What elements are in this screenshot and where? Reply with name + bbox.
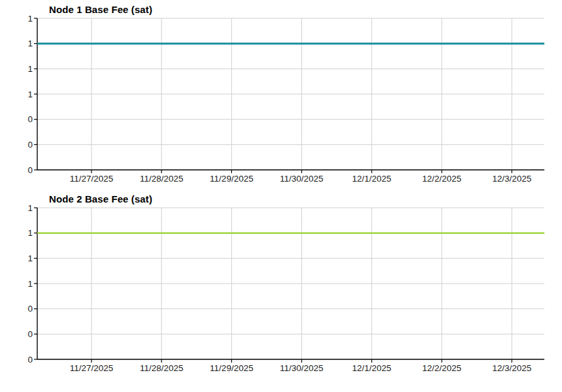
node2-base-fee-chart: 111100011/27/202511/28/202511/29/202511/… [0, 189, 562, 392]
y-tick-label: 0 [27, 140, 33, 150]
x-tick-label: 11/28/2025 [140, 174, 184, 184]
y-tick-label: 0 [27, 114, 33, 124]
x-tick-label: 11/30/2025 [280, 363, 323, 373]
x-tick-label: 11/27/2025 [70, 363, 114, 373]
x-tick-label: 12/3/2025 [492, 174, 531, 184]
chart-title-node2: Node 2 Base Fee (sat) [49, 193, 152, 204]
node2-base-fee-plot: 111100011/27/202511/28/202511/29/202511/… [0, 189, 562, 392]
y-tick-label: 0 [27, 355, 33, 365]
y-tick-label: 0 [27, 304, 33, 314]
y-tick-label: 1 [27, 279, 33, 289]
y-tick-label: 1 [27, 14, 33, 24]
y-tick-label: 1 [27, 228, 33, 238]
base-fee-charts-page: 111100011/27/202511/28/202511/29/202511/… [0, 0, 562, 392]
y-tick-label: 1 [27, 64, 33, 74]
x-tick-label: 12/1/2025 [352, 363, 391, 373]
node1-base-fee-chart: 111100011/27/202511/28/202511/29/202511/… [0, 0, 562, 189]
y-tick-label: 0 [27, 329, 33, 339]
node1-base-fee-plot: 111100011/27/202511/28/202511/29/202511/… [0, 0, 562, 189]
x-tick-label: 12/1/2025 [352, 174, 391, 184]
x-tick-label: 11/29/2025 [210, 363, 254, 373]
y-tick-label: 1 [27, 90, 33, 99]
x-tick-label: 11/27/2025 [70, 174, 114, 184]
y-tick-label: 1 [27, 253, 33, 263]
y-tick-label: 0 [27, 165, 33, 175]
x-tick-label: 11/29/2025 [210, 174, 254, 184]
x-tick-label: 12/2/2025 [422, 363, 461, 373]
x-tick-label: 11/28/2025 [140, 363, 184, 373]
chart-title-node1: Node 1 Base Fee (sat) [49, 4, 152, 15]
x-tick-label: 11/30/2025 [280, 174, 323, 184]
y-tick-label: 1 [27, 39, 33, 48]
y-tick-label: 1 [27, 203, 33, 213]
x-tick-label: 12/3/2025 [492, 363, 531, 373]
x-tick-label: 12/2/2025 [422, 174, 461, 184]
